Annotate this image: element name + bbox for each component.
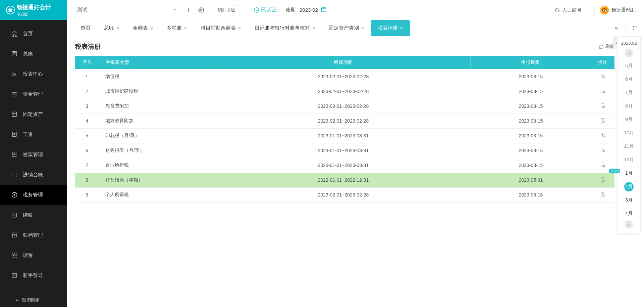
tab-1[interactable]: 总账✕ xyxy=(97,20,126,36)
user-name[interactable]: 畅捷通B组... xyxy=(611,7,637,13)
tab-5[interactable]: 日记账与银行对账单核对✕ xyxy=(248,20,322,36)
cell-action[interactable] xyxy=(591,128,614,143)
cell-action[interactable] xyxy=(591,69,614,84)
cell-deadline: 2023-03-15 xyxy=(471,99,591,114)
month-option[interactable]: 11月 xyxy=(618,140,640,153)
view-detail-icon xyxy=(600,132,606,138)
sidebar-item-5[interactable]: 工资 xyxy=(0,124,67,144)
sidebar-item-12[interactable]: 新手引导 xyxy=(0,265,67,286)
switch-old-version-button[interactable]: 切到旧版 xyxy=(213,5,240,15)
svg-rect-3 xyxy=(12,112,16,116)
tab-4[interactable]: 科目辅助余额表✕ xyxy=(194,20,248,36)
tab-3[interactable]: 多栏账✕ xyxy=(160,20,194,36)
tab-close-icon[interactable]: ✕ xyxy=(361,26,364,31)
cell-deadline: 2023-03-15 xyxy=(471,84,591,99)
tab-close-icon[interactable]: ✕ xyxy=(116,26,119,31)
close-period-icon xyxy=(11,211,18,219)
tab-7[interactable]: 税表清册✕ xyxy=(371,20,410,36)
cell-action[interactable] xyxy=(591,99,614,114)
sidebar-item-2[interactable]: 报表中心 xyxy=(0,64,67,84)
unpin-label: 取消固定 xyxy=(22,297,40,303)
sidebar-item-8[interactable]: 税务管理 xyxy=(0,185,67,205)
month-option[interactable]: 9月 xyxy=(618,113,640,126)
sidebar-item-label: 归档管理 xyxy=(23,232,43,238)
cell-action[interactable] xyxy=(591,173,614,187)
sidebar-item-3[interactable]: 资金管理 xyxy=(0,84,67,104)
tab-label: 首页 xyxy=(80,25,91,31)
stock-icon xyxy=(11,171,18,178)
period-label: 账期 xyxy=(285,7,296,13)
tab-close-icon[interactable]: ✕ xyxy=(184,26,187,31)
cell-deadline: 2023-05-31 xyxy=(471,173,591,187)
divider xyxy=(626,25,626,32)
cell-no: 3 xyxy=(75,99,99,114)
unpin-sidebar[interactable]: 取消固定 xyxy=(0,293,67,307)
sidebar-item-4[interactable]: 固定资产 xyxy=(0,104,67,124)
tab-label: 余额表 xyxy=(133,25,148,31)
cell-action[interactable] xyxy=(591,84,614,99)
sidebar-item-1[interactable]: 总账 xyxy=(0,44,67,64)
settings-button[interactable] xyxy=(196,5,207,15)
table-row: 5印花税（月/季）2023-01-01~2023-03-312023-03-15 xyxy=(75,128,614,143)
sidebar-item-6[interactable]: 发票管理 xyxy=(0,144,67,165)
view-detail-icon xyxy=(600,162,606,168)
view-detail-icon xyxy=(600,147,606,153)
sidebar-item-7[interactable]: 进销台账 xyxy=(0,165,67,185)
sidebar-item-0[interactable]: 首页 xyxy=(0,24,67,44)
tab-label: 科目辅助余额表 xyxy=(201,25,236,31)
human-consult-button[interactable]: 人工咨询 xyxy=(554,7,581,13)
sidebar: 全 畅捷通好会计 专业版 首页总账报表中心资金管理固定资产工资发票管理进销台账税… xyxy=(0,0,67,307)
plus-icon xyxy=(185,7,192,13)
add-button[interactable] xyxy=(183,5,194,15)
svg-rect-10 xyxy=(12,273,16,277)
month-scroll-down[interactable] xyxy=(625,220,633,228)
month-option[interactable]: 12月 xyxy=(618,153,640,167)
tab-6[interactable]: 固定资产类别✕ xyxy=(322,20,371,36)
table-row: 1增值税2023-02-01~2023-02-282023-03-15 xyxy=(75,69,614,84)
svg-point-2 xyxy=(14,94,15,95)
cell-action[interactable] xyxy=(591,114,614,128)
asset-icon xyxy=(11,111,18,118)
tab-close-icon[interactable]: ✕ xyxy=(312,26,315,31)
tab-0[interactable]: 首页 xyxy=(74,20,97,36)
table-row: 2城市维护建设税2023-02-01~2023-02-282023-03-15 xyxy=(75,84,614,99)
tab-close-icon[interactable]: ✕ xyxy=(150,26,153,31)
divider xyxy=(594,6,595,14)
cell-period: 2023-01-01~2023-03-31 xyxy=(216,128,471,143)
col-period: 所属期间 xyxy=(216,56,471,69)
cell-action[interactable] xyxy=(591,143,614,158)
tab-close-icon[interactable]: ✕ xyxy=(238,26,241,31)
verified-badge[interactable]: 已认证 xyxy=(254,7,276,13)
month-scroll-up[interactable] xyxy=(625,49,633,57)
chevrons-up-icon xyxy=(627,51,631,55)
sidebar-item-9[interactable]: 结账 xyxy=(0,205,67,225)
month-option[interactable]: 2月 xyxy=(618,180,640,193)
table-row: 9个人所得税2023-02-01~2023-02-282023-03-15 xyxy=(75,187,614,202)
user-avatar[interactable]: 🐯 xyxy=(600,6,609,14)
close-all-tabs-button[interactable] xyxy=(611,24,621,33)
tab-close-icon[interactable]: ✕ xyxy=(400,26,403,31)
month-option[interactable]: 20231月 xyxy=(618,167,640,180)
fullscreen-button[interactable] xyxy=(631,24,640,33)
month-option[interactable]: 6月 xyxy=(618,73,640,86)
svg-rect-17 xyxy=(601,104,604,107)
cell-no: 8 xyxy=(75,173,99,187)
sidebar-item-11[interactable]: 设置 xyxy=(0,245,67,265)
period-value: 2023-02 xyxy=(300,7,318,13)
ledger-icon xyxy=(11,50,18,57)
month-option[interactable]: 5月 xyxy=(618,59,640,73)
month-option[interactable]: 4月 xyxy=(618,207,640,220)
org-selector[interactable]: 测试 ﹀ xyxy=(74,4,181,16)
month-option[interactable]: 3月 xyxy=(618,193,640,207)
tab-2[interactable]: 余额表✕ xyxy=(126,20,160,36)
month-option[interactable]: 10月 xyxy=(618,126,640,140)
tax-icon xyxy=(11,191,18,199)
sidebar-item-10[interactable]: 归档管理 xyxy=(0,225,67,245)
period-calendar-button[interactable] xyxy=(321,6,327,13)
guide-icon xyxy=(11,272,18,279)
refresh-button[interactable]: 刷新 xyxy=(599,44,614,50)
month-option[interactable]: 8月 xyxy=(618,99,640,113)
month-option[interactable]: 7月 xyxy=(618,86,640,99)
svg-rect-21 xyxy=(601,133,604,137)
cell-action[interactable] xyxy=(591,187,614,202)
